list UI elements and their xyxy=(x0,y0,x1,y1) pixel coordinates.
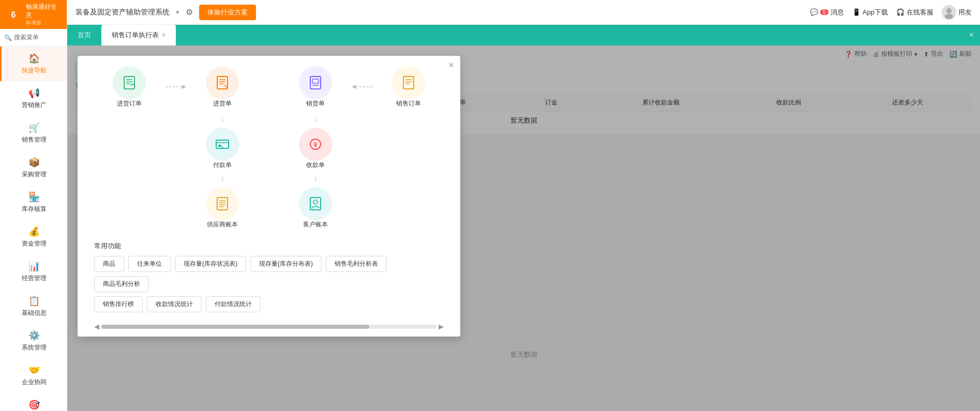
collab-icon: 🤝 xyxy=(28,364,40,376)
btn-sales-profit-analysis[interactable]: 销售毛利分析表 xyxy=(326,256,387,272)
tab-close-icon[interactable]: × xyxy=(162,32,165,39)
sidebar-item-label: 企业协同 xyxy=(22,378,47,387)
customer-ledger-node[interactable]: 客户账本 xyxy=(279,187,352,229)
svg-rect-5 xyxy=(124,77,134,89)
scroll-right-icon[interactable]: ▶ xyxy=(439,323,444,330)
receipt-node[interactable]: ¥ 收款单 xyxy=(279,128,352,170)
common-functions-title: 常用功能 xyxy=(94,241,444,251)
sidebar-item-label: 库存核算 xyxy=(22,205,47,214)
experience-btn[interactable]: 体验行业方案 xyxy=(199,5,256,20)
scroll-arrows: ◀ ▶ xyxy=(94,323,444,330)
topbar: 装备及固定资产辅助管理系统 ▾ ⚙ 体验行业方案 💬 5 消息 📱 App下载 … xyxy=(67,0,980,25)
svg-rect-20 xyxy=(403,77,414,89)
sidebar-item-marketing[interactable]: 📢 营销推广 xyxy=(0,81,67,116)
sidebar-item-label: 快捷导航 xyxy=(22,66,47,75)
modal-close-icon[interactable]: × xyxy=(448,60,454,71)
basic-icon: 📋 xyxy=(28,295,40,307)
marketing-icon: 📢 xyxy=(28,87,40,99)
scrollbar-track[interactable] xyxy=(101,325,436,329)
sidebar-item-operations[interactable]: 📊 经营管理 xyxy=(0,254,67,289)
payment-label: 付款单 xyxy=(213,161,232,170)
sales-bill-label: 销货单 xyxy=(306,99,325,108)
logo-line2: 标准版 xyxy=(26,19,63,26)
flow-modal: × 进货订单 xyxy=(78,56,460,337)
svg-rect-11 xyxy=(217,77,228,89)
sidebar-item-sales[interactable]: 🛒 销售管理 xyxy=(0,116,67,150)
receipt-icon: ¥ xyxy=(299,128,332,161)
supplier-ledger-label: 供应商账本 xyxy=(207,220,238,229)
btn-receipt-stats[interactable]: 收款情况统计 xyxy=(147,296,202,312)
topbar-right: 💬 5 消息 📱 App下载 🎧 在线客服 用友 xyxy=(810,5,972,20)
gear-icon[interactable]: ⚙ xyxy=(186,7,193,17)
btn-goods-profit-analysis[interactable]: 商品毛利分析 xyxy=(94,276,149,292)
sidebar-item-system[interactable]: ⚙️ 系统管理 xyxy=(0,324,67,358)
user-item[interactable]: 用友 xyxy=(942,5,972,20)
arrow-down-payment: ↓ xyxy=(220,174,224,183)
purchase-bill-label: 进货单 xyxy=(213,99,232,108)
logo-line1: 畅康通好生意 xyxy=(26,3,63,19)
online-service-item[interactable]: 🎧 在线客服 xyxy=(896,8,933,17)
purchase-order-label: 进货订单 xyxy=(117,99,142,108)
scroll-left-icon[interactable]: ◀ xyxy=(94,323,99,330)
sales-order-icon xyxy=(392,66,425,99)
content-area: ❓ 帮助 🖨 按模板打印 ▾ ⬆ 导出 🔄 刷新 xyxy=(67,45,980,411)
purchase-bill-node[interactable]: 进货单 xyxy=(186,66,259,108)
sidebar-item-finance[interactable]: 💰 资金管理 xyxy=(0,220,67,254)
sidebar-item-basic[interactable]: 📋 基础信息 xyxy=(0,289,67,324)
system-title: 装备及固定资产辅助管理系统 xyxy=(76,8,170,17)
sidebar-item-label: 销售管理 xyxy=(22,135,47,144)
sidebar: 6 畅康通好生意 标准版 🔍 搜索菜单 🏠 快捷导航 📢 营销推广 🛒 销售管理 xyxy=(0,0,67,411)
modal-overlay[interactable]: × 进货订单 xyxy=(67,45,980,411)
sidebar-item-label: 经营管理 xyxy=(22,274,47,283)
finance-icon: 💰 xyxy=(28,226,40,237)
arrow-right-dashed-1 xyxy=(165,83,186,91)
sidebar-item-inventory[interactable]: 🏪 库存核算 xyxy=(0,185,67,220)
btn-goods[interactable]: 商品 xyxy=(94,256,124,272)
logo-icon: 6 xyxy=(4,5,23,24)
sidebar-item-guide[interactable]: 🎯 新手引导 xyxy=(0,393,67,411)
common-functions-section: 常用功能 商品 往来单位 现存量(库存状况表) 现存量(库存分布表) 销售毛利分… xyxy=(78,241,460,321)
supplier-ledger-node[interactable]: 供应商账本 xyxy=(186,187,259,229)
btn-payment-stats[interactable]: 付款情况统计 xyxy=(206,296,261,312)
btn-current-stock-distribution[interactable]: 现存量(库存分布表) xyxy=(250,256,322,272)
svg-point-36 xyxy=(313,200,318,204)
sidebar-search[interactable]: 🔍 搜索菜单 xyxy=(0,29,67,47)
tab-home[interactable]: 首页 xyxy=(67,25,101,45)
sidebar-item-label: 基础信息 xyxy=(22,309,47,317)
sales-order-node[interactable]: 销售订单 xyxy=(372,66,445,108)
scrollbar-thumb xyxy=(101,325,369,329)
dropdown-arrow-icon[interactable]: ▾ xyxy=(176,8,179,16)
purchase-icon: 📦 xyxy=(28,157,40,168)
sidebar-item-quick-nav[interactable]: 🏠 快捷导航 xyxy=(0,47,67,81)
tabs-window-close-icon[interactable]: × xyxy=(963,31,980,40)
btn-sales-ranking[interactable]: 销售排行榜 xyxy=(94,296,143,312)
sidebar-item-collab[interactable]: 🤝 企业协同 xyxy=(0,358,67,393)
customer-ledger-icon xyxy=(299,187,332,220)
svg-rect-16 xyxy=(312,79,319,83)
payment-node[interactable]: ¥ 付款单 xyxy=(186,128,259,170)
sales-bill-node[interactable]: 销货单 xyxy=(279,66,352,108)
app-download-item[interactable]: 📱 App下载 xyxy=(852,8,888,17)
mobile-icon: 📱 xyxy=(852,8,861,16)
purchase-order-node[interactable]: 进货订单 xyxy=(93,66,165,108)
sidebar-item-purchase[interactable]: 📦 采购管理 xyxy=(0,150,67,185)
main-area: 装备及固定资产辅助管理系统 ▾ ⚙ 体验行业方案 💬 5 消息 📱 App下载 … xyxy=(67,0,980,411)
sales-order-label: 销售订单 xyxy=(396,99,421,108)
btn-current-stock-status[interactable]: 现存量(库存状况表) xyxy=(175,256,246,272)
btn-counterparty[interactable]: 往来单位 xyxy=(128,256,171,272)
svg-point-3 xyxy=(946,8,952,13)
flow-diagram: 进货订单 进货单 xyxy=(78,56,460,241)
common-buttons-row: 商品 往来单位 现存量(库存状况表) 现存量(库存分布表) 销售毛利分析表 商品… xyxy=(94,256,444,292)
modal-scrollbar: ◀ ▶ xyxy=(78,321,460,337)
avatar xyxy=(942,5,956,20)
arrow-down-purchase-bill: ↓ xyxy=(220,114,224,124)
home-icon: 🏠 xyxy=(28,53,40,64)
purchase-order-icon xyxy=(113,66,146,99)
receipt-label: 收款单 xyxy=(306,161,325,170)
purchase-bill-icon xyxy=(206,66,239,99)
system-icon: ⚙️ xyxy=(28,330,40,341)
guide-icon: 🎯 xyxy=(28,399,40,410)
message-item[interactable]: 💬 5 消息 xyxy=(810,8,844,17)
tab-sales-order[interactable]: 销售订单执行表 × xyxy=(101,25,176,45)
message-icon: 💬 xyxy=(810,8,818,16)
